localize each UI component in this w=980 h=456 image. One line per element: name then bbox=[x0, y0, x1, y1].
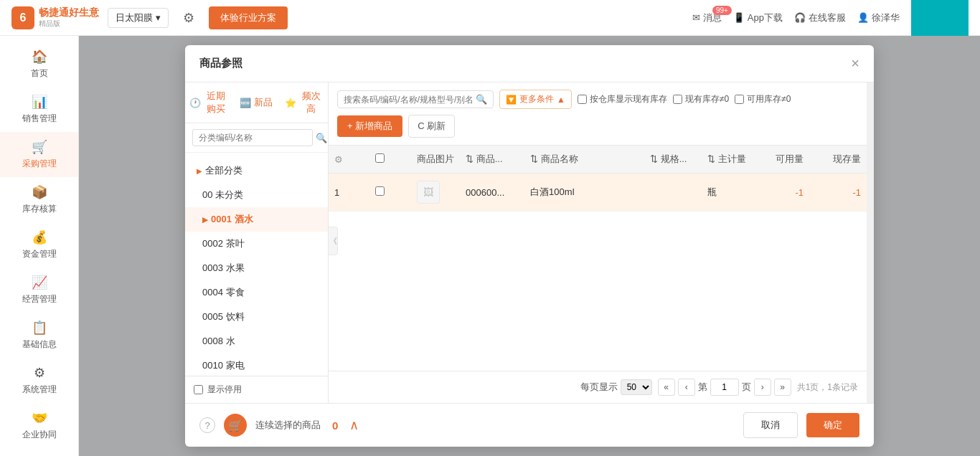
page-label: 第 bbox=[698, 381, 707, 394]
next-page-btn[interactable]: › bbox=[754, 379, 771, 396]
category-0002[interactable]: 0002 茶叶 bbox=[185, 232, 328, 256]
product-reference-modal: 商品参照 × 🕐 近期购买 🆕 新品 bbox=[185, 45, 874, 447]
sidebar-item-system[interactable]: ⚙ 系统管理 bbox=[0, 358, 78, 403]
table-header-row: ⚙ 商品图片 ⇅ 商品... ⇅ 商品名称 bbox=[329, 146, 867, 174]
sidebar-label-finance: 资金管理 bbox=[22, 248, 57, 260]
left-panel: 🕐 近期购买 🆕 新品 ⭐ 频次高 《 bbox=[185, 82, 329, 403]
th-unit-label: 主计量 bbox=[718, 153, 746, 164]
cancel-btn[interactable]: 取消 bbox=[743, 412, 798, 438]
system-icon: ⚙ bbox=[34, 365, 45, 381]
sort-icon-unit: ⇅ bbox=[707, 153, 715, 164]
category-0010[interactable]: 0010 家电 bbox=[185, 353, 328, 376]
category-0003[interactable]: 0003 水果 bbox=[185, 256, 328, 280]
help-icon[interactable]: ? bbox=[199, 417, 215, 433]
th-name[interactable]: ⇅ 商品名称 bbox=[524, 146, 644, 174]
trial-btn[interactable]: 体验行业方案 bbox=[209, 6, 288, 29]
product-table-area: ⚙ 商品图片 ⇅ 商品... ⇅ 商品名称 bbox=[329, 146, 867, 371]
inventory-icon: 📦 bbox=[32, 184, 47, 200]
sidebar-item-inventory[interactable]: 📦 库存核算 bbox=[0, 177, 78, 222]
warehouse-stock-check[interactable]: 按仓库显示现有库存 bbox=[578, 93, 667, 105]
app-download-btn[interactable]: 📱 App下载 bbox=[733, 11, 783, 24]
category-uncategorized[interactable]: 00 未分类 bbox=[185, 183, 328, 207]
refresh-btn[interactable]: C 刷新 bbox=[408, 115, 455, 138]
page-total: 共1页，1条记录 bbox=[797, 381, 858, 394]
th-spec-label: 规格... bbox=[661, 153, 687, 164]
category-all[interactable]: ▶ 全部分类 bbox=[185, 158, 328, 183]
sidebar-item-sales[interactable]: 📊 销售管理 bbox=[0, 87, 78, 132]
th-available: 可用量 bbox=[752, 146, 809, 174]
tab-recent-label: 近期购买 bbox=[204, 90, 228, 115]
sidebar-label-home: 首页 bbox=[31, 67, 48, 80]
arrow-icon-all: ▶ bbox=[197, 167, 202, 175]
sidebar-label-inventory: 库存核算 bbox=[22, 203, 57, 215]
phone-icon: 📱 bbox=[733, 12, 745, 23]
collapse-icon[interactable]: ∧ bbox=[349, 417, 359, 433]
category-0001[interactable]: ▶ 0001 酒水 bbox=[185, 207, 328, 232]
product-image: 🖼 bbox=[417, 181, 440, 204]
modal-close-button[interactable]: × bbox=[851, 55, 859, 72]
first-page-btn[interactable]: « bbox=[658, 379, 675, 396]
sidebar-item-basic[interactable]: 📋 基础信息 bbox=[0, 313, 78, 358]
th-gear: ⚙ bbox=[329, 146, 369, 174]
brand-name: 畅捷通好生意 bbox=[39, 6, 99, 19]
prev-page-btn[interactable]: ‹ bbox=[678, 379, 695, 396]
page-input[interactable] bbox=[710, 379, 739, 396]
message-btn[interactable]: ✉ 消息 99+ bbox=[692, 11, 722, 24]
sidebar-item-finance[interactable]: 💰 资金管理 bbox=[0, 222, 78, 267]
category-0005-label: 0005 饮料 bbox=[202, 310, 245, 323]
cell-image: 🖼 bbox=[411, 174, 460, 212]
new-icon: 🆕 bbox=[240, 98, 251, 108]
main-layout: 🏠 首页 📊 销售管理 🛒 采购管理 📦 库存核算 💰 资金管理 📈 经营管理 … bbox=[0, 36, 980, 456]
row-checkbox[interactable] bbox=[375, 186, 385, 196]
left-panel-tabs: 🕐 近期购买 🆕 新品 ⭐ 频次高 bbox=[185, 82, 328, 123]
th-unit[interactable]: ⇅ 主计量 bbox=[702, 146, 752, 174]
modal-title: 商品参照 bbox=[199, 57, 242, 70]
user-menu[interactable]: 👤 徐泽华 bbox=[857, 11, 900, 24]
available-stock-checkbox[interactable] bbox=[735, 95, 744, 104]
sidebar: 🏠 首页 📊 销售管理 🛒 采购管理 📦 库存核算 💰 资金管理 📈 经营管理 … bbox=[0, 36, 79, 456]
recent-icon: 🕐 bbox=[189, 98, 201, 108]
sidebar-item-purchase[interactable]: 🛒 采购管理 bbox=[0, 132, 78, 177]
tab-recent[interactable]: 🕐 近期购买 bbox=[185, 82, 232, 123]
tab-new[interactable]: 🆕 新品 bbox=[232, 82, 280, 123]
confirm-btn[interactable]: 确定 bbox=[806, 413, 859, 437]
modal-scrollbar[interactable] bbox=[867, 82, 874, 403]
category-0001-label: 0001 酒水 bbox=[211, 213, 253, 226]
th-spec[interactable]: ⇅ 规格... bbox=[644, 146, 702, 174]
sidebar-item-business[interactable]: 📈 经营管理 bbox=[0, 267, 78, 313]
add-product-btn[interactable]: + 新增商品 bbox=[337, 115, 402, 137]
tab-frequent[interactable]: ⭐ 频次高 bbox=[281, 82, 328, 123]
gear-icon[interactable]: ⚙ bbox=[177, 6, 200, 29]
category-0004[interactable]: 0004 零食 bbox=[185, 280, 328, 305]
sidebar-item-home[interactable]: 🏠 首页 bbox=[0, 42, 78, 87]
gear-icon[interactable]: ⚙ bbox=[334, 154, 343, 165]
cell-code: 000600... bbox=[460, 174, 524, 212]
current-stock-check[interactable]: 现有库存≠0 bbox=[673, 93, 729, 105]
nav-selector[interactable]: 日太阳膜 ▾ bbox=[108, 8, 169, 28]
cart-icon[interactable]: 🛒 bbox=[224, 414, 247, 437]
teal-area bbox=[911, 0, 969, 36]
show-disabled-checkbox[interactable] bbox=[194, 385, 203, 394]
message-icon: ✉ bbox=[692, 12, 700, 23]
page-size-select: 每页显示 50 bbox=[580, 379, 652, 395]
last-page-btn[interactable]: » bbox=[774, 379, 791, 396]
left-panel-collapse-btn[interactable]: 《 bbox=[328, 227, 338, 255]
sidebar-item-guide[interactable]: 📚 新手引导 bbox=[0, 448, 78, 456]
category-0008[interactable]: 0008 水 bbox=[185, 329, 328, 353]
service-btn[interactable]: 🎧 在线客服 bbox=[794, 11, 846, 24]
current-stock-checkbox[interactable] bbox=[673, 95, 682, 104]
per-page-dropdown[interactable]: 50 bbox=[621, 379, 652, 395]
table-row[interactable]: 1 🖼 000600... 白酒100ml 瓶 -1 bbox=[329, 174, 867, 212]
brand-sub: 精品版 bbox=[39, 19, 99, 29]
select-all-checkbox[interactable] bbox=[375, 153, 385, 163]
cell-unit: 瓶 bbox=[702, 174, 752, 212]
warehouse-stock-checkbox[interactable] bbox=[578, 95, 587, 104]
product-search-input[interactable] bbox=[344, 95, 473, 105]
sidebar-item-enterprise[interactable]: 🤝 企业协同 bbox=[0, 403, 78, 448]
category-search-input[interactable] bbox=[192, 129, 313, 146]
filter-btn[interactable]: 🔽 更多条件 ▲ bbox=[499, 90, 572, 109]
th-code[interactable]: ⇅ 商品... bbox=[460, 146, 524, 174]
category-0005[interactable]: 0005 饮料 bbox=[185, 305, 328, 329]
chevron-down-icon: ▾ bbox=[156, 12, 161, 23]
available-stock-check[interactable]: 可用库存≠0 bbox=[735, 93, 791, 105]
